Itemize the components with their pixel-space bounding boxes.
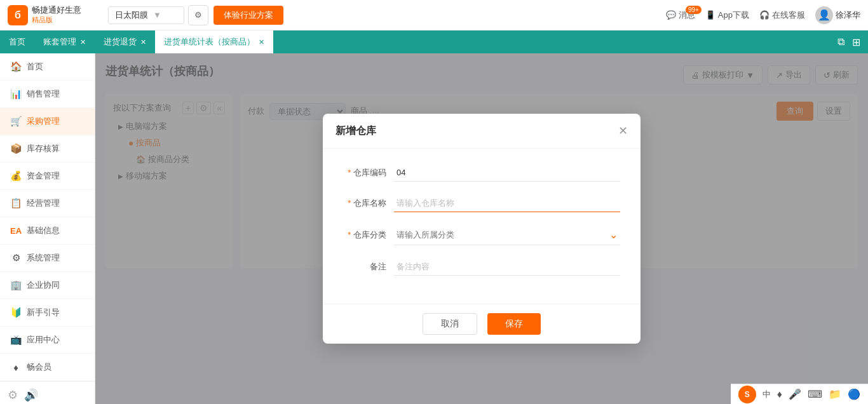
purchase-icon: 🛒 [10, 116, 22, 127]
sidebar-item-guide[interactable]: 🔰 新手引导 [0, 299, 95, 327]
sidebar-item-basic-info[interactable]: EA 基础信息 [0, 217, 95, 245]
sidebar-item-app-center-label: 应用中心 [27, 334, 60, 346]
top-nav: б 畅捷通好生意 精品版 日太阳膜 ▼ ⚙ 体验行业方案 💬 消息 99+ 📱 … [0, 0, 868, 30]
category-dropdown-icon[interactable]: ⌄ [609, 229, 618, 241]
sidebar-sound-icon[interactable]: 🔊 [24, 388, 38, 402]
dialog-footer: 取消 保存 [323, 304, 641, 344]
category-input[interactable] [397, 230, 609, 239]
bottom-logo: S [738, 386, 756, 403]
name-label: 仓库名称 [343, 198, 394, 209]
tab-purchase-return-close-icon[interactable]: ✕ [140, 38, 146, 46]
bottom-mic-icon[interactable]: 🎤 [789, 388, 801, 400]
sidebar-item-vip-label: 畅会员 [27, 361, 51, 373]
trial-button[interactable]: 体验行业方案 [214, 6, 283, 25]
sidebar-item-basic-info-label: 基础信息 [27, 225, 60, 236]
tab-home[interactable]: 首页 [0, 30, 34, 53]
home-icon: 🏠 [10, 61, 22, 72]
tab-purchase-stats[interactable]: 进货单统计表（按商品） ✕ [155, 30, 273, 53]
bottom-folder-icon[interactable]: 📁 [829, 388, 841, 400]
sidebar-item-purchase[interactable]: 🛒 采购管理 [0, 108, 95, 135]
dialog-overlay: 新增仓库 ✕ 仓库编码 仓库名称 仓库 [95, 53, 868, 404]
vip-icon: ♦ [10, 361, 22, 373]
logo-icon: б [8, 5, 28, 25]
sales-icon: 📊 [10, 88, 22, 100]
online-service-button[interactable]: 🎧 在线客服 [759, 10, 805, 21]
tab-accounts-label: 账套管理 [43, 36, 76, 48]
dialog-body: 仓库编码 仓库名称 仓库分类 ⌄ [323, 149, 641, 304]
code-input[interactable] [394, 164, 620, 182]
sidebar-item-app-center[interactable]: 📺 应用中心 [0, 327, 95, 354]
sidebar-item-finance-label: 资金管理 [27, 170, 60, 182]
sidebar-item-sales[interactable]: 📊 销售管理 [0, 81, 95, 108]
form-row-name: 仓库名称 [343, 194, 620, 212]
tab-purchase-stats-label: 进货单统计表（按商品） [164, 36, 255, 48]
tab-right-buttons: ⧉ ⊞ [835, 35, 868, 50]
sidebar-item-management-label: 经营管理 [27, 198, 60, 209]
gear-icon: ⚙ [194, 10, 202, 20]
dialog-title: 新增仓库 [336, 125, 376, 138]
store-name: 日太阳膜 [115, 10, 148, 21]
tab-purchase-return[interactable]: 进货退货 ✕ [95, 30, 155, 53]
inventory-icon: 📦 [10, 143, 22, 154]
finance-icon: 💰 [10, 170, 22, 182]
online-service-label: 在线客服 [772, 10, 805, 21]
logo-area: б 畅捷通好生意 精品版 [8, 5, 103, 25]
form-row-code: 仓库编码 [343, 164, 620, 182]
sidebar-item-guide-label: 新手引导 [27, 307, 60, 318]
sidebar-item-enterprise[interactable]: 🏢 企业协同 [0, 272, 95, 299]
enterprise-icon: 🏢 [10, 279, 22, 291]
sidebar-item-finance[interactable]: 💰 资金管理 [0, 163, 95, 190]
guide-icon: 🔰 [10, 307, 22, 318]
save-button[interactable]: 保存 [487, 313, 541, 335]
store-selector[interactable]: 日太阳膜 ▼ [108, 6, 184, 24]
logo-title: 畅捷通好生意 [32, 5, 81, 16]
message-icon: 💬 [666, 10, 676, 20]
store-dropdown-icon: ▼ [153, 10, 161, 20]
headphone-icon: 🎧 [759, 10, 770, 20]
sidebar-settings-icon[interactable]: ⚙ [8, 388, 18, 402]
main-layout: 🏠 首页 📊 销售管理 🛒 采购管理 📦 库存核算 💰 资金管理 📋 经营管理 … [0, 53, 868, 404]
avatar-icon: 👤 [818, 9, 831, 21]
app-download-label: App下载 [718, 10, 749, 21]
settings-button[interactable]: ⚙ [188, 5, 208, 25]
sidebar: 🏠 首页 📊 销售管理 🛒 采购管理 📦 库存核算 💰 资金管理 📋 经营管理 … [0, 53, 95, 404]
dialog-header: 新增仓库 ✕ [323, 114, 641, 149]
sidebar-item-home[interactable]: 🏠 首页 [0, 53, 95, 81]
tab-purchase-return-label: 进货退货 [104, 36, 137, 48]
logo-sub: 精品版 [32, 15, 81, 25]
user-profile-button[interactable]: 👤 徐泽华 [815, 6, 860, 24]
new-warehouse-dialog: 新增仓库 ✕ 仓库编码 仓库名称 仓库 [323, 114, 641, 344]
app-download-button[interactable]: 📱 App下载 [705, 10, 749, 21]
sidebar-item-purchase-label: 采购管理 [27, 116, 60, 127]
dialog-close-button[interactable]: ✕ [618, 124, 628, 138]
bottom-keyboard-icon[interactable]: ⌨ [808, 388, 822, 400]
bottom-circle-icon[interactable]: 🔵 [848, 388, 860, 400]
mobile-icon: 📱 [705, 10, 715, 20]
message-button[interactable]: 💬 消息 99+ [666, 10, 695, 21]
category-select-row: ⌄ [394, 225, 620, 245]
system-icon: ⚙ [10, 252, 22, 264]
form-row-remark: 备注 [343, 258, 620, 276]
sidebar-item-management[interactable]: 📋 经营管理 [0, 190, 95, 217]
sidebar-item-home-label: 首页 [27, 61, 43, 72]
tab-accounts[interactable]: 账套管理 ✕ [34, 30, 95, 53]
sidebar-item-sales-label: 销售管理 [27, 88, 60, 100]
bottom-diamond-icon[interactable]: ♦ [777, 389, 782, 400]
cancel-button[interactable]: 取消 [423, 313, 477, 335]
tab-purchase-stats-close-icon[interactable]: ✕ [259, 38, 264, 46]
bottom-bar: S 中 ♦ 🎤 ⌨ 📁 🔵 [731, 384, 868, 404]
sidebar-item-enterprise-label: 企业协同 [27, 279, 60, 291]
bottom-zh-icon[interactable]: 中 [763, 389, 771, 400]
name-input[interactable] [394, 194, 620, 212]
sidebar-item-vip[interactable]: ♦ 畅会员 [0, 354, 95, 381]
remark-input[interactable] [394, 258, 620, 276]
tab-fullscreen-icon[interactable]: ⊞ [850, 35, 863, 50]
tab-restore-icon[interactable]: ⧉ [835, 35, 847, 49]
sidebar-item-inventory[interactable]: 📦 库存核算 [0, 135, 95, 163]
avatar: 👤 [815, 6, 833, 24]
sidebar-item-system[interactable]: ⚙ 系统管理 [0, 245, 95, 272]
basic-info-icon: EA [10, 225, 22, 236]
form-row-category: 仓库分类 ⌄ [343, 225, 620, 245]
content-area: 进货单统计（按商品） 🖨 按模板打印 ▼ ↗ 导出 ↺ 刷新 [95, 53, 868, 404]
tab-accounts-close-icon[interactable]: ✕ [80, 38, 86, 46]
